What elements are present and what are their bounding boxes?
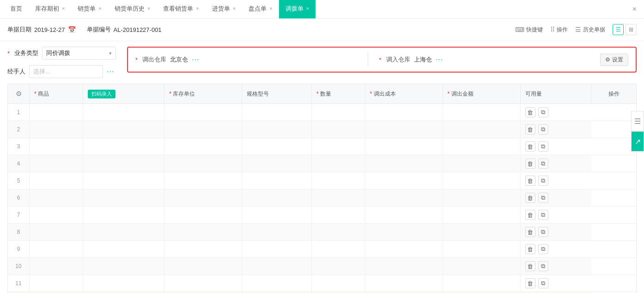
- tab-home[interactable]: 首页: [4, 0, 29, 18]
- cell-cost[interactable]: [311, 189, 365, 207]
- cell-quantity[interactable]: [242, 258, 312, 275]
- copy-icon[interactable]: ⧉: [538, 227, 548, 237]
- cell-amount[interactable]: [365, 258, 443, 275]
- cell-product[interactable]: [30, 275, 83, 292]
- cell-quantity[interactable]: [242, 207, 312, 224]
- cell-cost[interactable]: [311, 207, 365, 224]
- cell-quantity[interactable]: [242, 224, 312, 241]
- cell-unit[interactable]: [83, 241, 164, 258]
- cell-amount[interactable]: [365, 121, 443, 138]
- tab-inventory-init-close[interactable]: ×: [62, 6, 65, 11]
- copy-icon[interactable]: ⧉: [538, 141, 548, 152]
- copy-icon[interactable]: ⧉: [538, 159, 548, 169]
- delete-icon[interactable]: 🗑: [525, 244, 535, 254]
- cell-spec[interactable]: [164, 104, 242, 121]
- cell-unit[interactable]: [83, 258, 164, 275]
- history-action[interactable]: ☰ 历史单据: [575, 26, 605, 34]
- cell-available[interactable]: [443, 275, 520, 292]
- tab-inventory-check[interactable]: 盘点单 ×: [242, 0, 279, 18]
- tab-sales-order-close[interactable]: ×: [98, 6, 101, 11]
- copy-icon[interactable]: ⧉: [538, 107, 548, 117]
- copy-icon[interactable]: ⧉: [538, 124, 548, 134]
- tab-purchase[interactable]: 进货单 ×: [206, 0, 242, 18]
- cell-quantity[interactable]: [242, 172, 312, 189]
- cell-unit[interactable]: [83, 104, 164, 121]
- tab-sales-order[interactable]: 销货单 ×: [71, 0, 108, 18]
- tab-view-sales[interactable]: 查看销货单 ×: [157, 0, 205, 18]
- cell-amount[interactable]: [365, 207, 443, 224]
- copy-icon[interactable]: ⧉: [538, 278, 548, 288]
- cell-available[interactable]: [443, 224, 520, 241]
- business-type-select[interactable]: 同价调拨 ▾: [42, 47, 116, 60]
- cell-quantity[interactable]: [242, 121, 312, 138]
- cell-unit[interactable]: [83, 189, 164, 207]
- tab-bar-close-all[interactable]: ×: [629, 5, 640, 13]
- tab-sales-history[interactable]: 销货单历史 ×: [108, 0, 157, 18]
- delete-icon[interactable]: 🗑: [525, 261, 535, 271]
- scan-button[interactable]: 扫码录入: [88, 90, 115, 98]
- cell-quantity[interactable]: [242, 104, 312, 121]
- tab-inventory-check-close[interactable]: ×: [269, 6, 272, 11]
- delete-icon[interactable]: 🗑: [525, 141, 535, 152]
- cell-available[interactable]: [443, 172, 520, 189]
- tab-transfer[interactable]: 调拨单 ×: [279, 0, 316, 18]
- layout-icon-list[interactable]: ☰: [613, 24, 624, 35]
- copy-icon[interactable]: ⧉: [538, 244, 548, 254]
- delete-icon[interactable]: 🗑: [525, 193, 535, 203]
- cell-cost[interactable]: [311, 275, 365, 292]
- float-list-btn[interactable]: ☰: [631, 111, 644, 131]
- cell-cost[interactable]: [311, 241, 365, 258]
- cell-product[interactable]: [30, 241, 83, 258]
- copy-icon[interactable]: ⧉: [538, 176, 548, 186]
- cell-unit[interactable]: [83, 121, 164, 138]
- cell-amount[interactable]: [365, 138, 443, 155]
- cell-cost[interactable]: [311, 258, 365, 275]
- handler-select[interactable]: 选择...: [29, 65, 103, 78]
- cell-product[interactable]: [30, 138, 83, 155]
- cell-available[interactable]: [443, 207, 520, 224]
- delete-icon[interactable]: 🗑: [525, 210, 535, 220]
- tab-view-sales-close[interactable]: ×: [196, 6, 199, 11]
- cell-unit[interactable]: [83, 138, 164, 155]
- cell-spec[interactable]: [164, 172, 242, 189]
- float-expand-btn[interactable]: ↗: [631, 131, 644, 152]
- delete-icon[interactable]: 🗑: [525, 227, 535, 237]
- cell-product[interactable]: [30, 104, 83, 121]
- cell-quantity[interactable]: [242, 275, 312, 292]
- tab-purchase-close[interactable]: ×: [233, 6, 236, 11]
- delete-icon[interactable]: 🗑: [525, 107, 535, 117]
- cell-cost[interactable]: [311, 155, 365, 172]
- cell-quantity[interactable]: [242, 241, 312, 258]
- cell-unit[interactable]: [83, 207, 164, 224]
- column-settings-icon[interactable]: ⚙: [12, 88, 24, 100]
- cell-quantity[interactable]: [242, 155, 312, 172]
- cell-spec[interactable]: [164, 155, 242, 172]
- cell-cost[interactable]: [311, 138, 365, 155]
- tab-transfer-close[interactable]: ×: [306, 6, 309, 11]
- cell-amount[interactable]: [365, 189, 443, 207]
- cell-product[interactable]: [30, 155, 83, 172]
- cell-available[interactable]: [443, 258, 520, 275]
- warehouse-out-more-icon[interactable]: ···: [192, 55, 199, 64]
- tab-sales-history-close[interactable]: ×: [147, 6, 150, 11]
- handler-more-icon[interactable]: ···: [107, 67, 114, 76]
- cell-product[interactable]: [30, 121, 83, 138]
- cell-product[interactable]: [30, 189, 83, 207]
- cell-amount[interactable]: [365, 104, 443, 121]
- cell-quantity[interactable]: [242, 138, 312, 155]
- cell-spec[interactable]: [164, 224, 242, 241]
- cell-cost[interactable]: [311, 104, 365, 121]
- cell-unit[interactable]: [83, 224, 164, 241]
- cell-product[interactable]: [30, 172, 83, 189]
- cell-unit[interactable]: [83, 172, 164, 189]
- copy-icon[interactable]: ⧉: [538, 193, 548, 203]
- warehouse-in-more-icon[interactable]: ···: [436, 55, 443, 64]
- delete-icon[interactable]: 🗑: [525, 124, 535, 134]
- cell-available[interactable]: [443, 189, 520, 207]
- cell-available[interactable]: [443, 241, 520, 258]
- cell-amount[interactable]: [365, 155, 443, 172]
- cell-cost[interactable]: [311, 224, 365, 241]
- cell-amount[interactable]: [365, 224, 443, 241]
- cell-spec[interactable]: [164, 138, 242, 155]
- cell-available[interactable]: [443, 121, 520, 138]
